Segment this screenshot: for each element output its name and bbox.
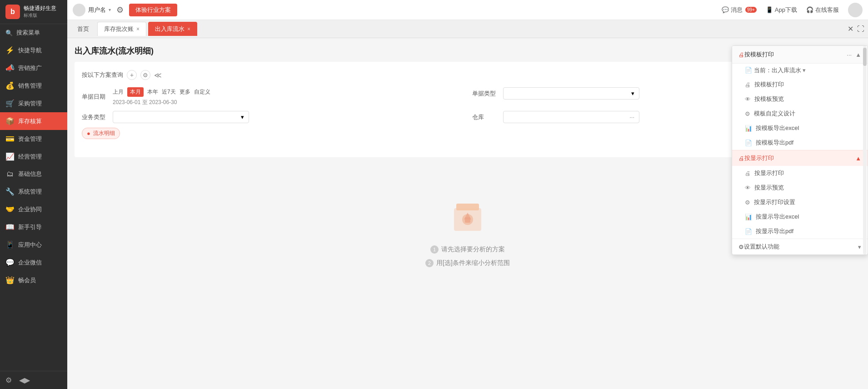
gear-icon[interactable]: ⚙	[116, 5, 124, 15]
user-dropdown-icon: ▾	[109, 7, 111, 12]
doc-type-select[interactable]: ▾	[503, 87, 639, 100]
sidebar-item-label: 经营管理	[18, 153, 42, 161]
sidebar-item-system[interactable]: 🔧 系统管理	[0, 183, 67, 200]
tab-home[interactable]: 首页	[71, 22, 95, 36]
dropdown-item-display-print[interactable]: 🖨 按显示打印	[732, 166, 868, 180]
date-range-display: 2023-06-01 至 2023-06-30	[113, 99, 210, 106]
window-close-icon[interactable]: ✕	[848, 25, 853, 33]
sidebar-item-label: 销售管理	[18, 82, 42, 90]
search-icon: 🔍	[5, 30, 13, 36]
filter-date-item: 单据日期 上月 本月 本年 近7天 更多 自定义 2023-06-01 至 20…	[82, 87, 463, 106]
filter-business-type-item: 业务类型 ▾	[82, 111, 463, 123]
finance-icon: 💳	[5, 135, 15, 143]
footer-arrow-icon: ▾	[858, 244, 861, 250]
design-template-icon: ⚙	[745, 110, 750, 117]
date-shortcut-custom[interactable]: 自定义	[194, 88, 210, 96]
user-selector[interactable]: 用户名 ▾	[73, 4, 111, 16]
filter-collapse-button[interactable]: ≪	[154, 71, 162, 80]
dropdown-item-display-settings[interactable]: ⚙ 按显示打印设置	[732, 195, 868, 209]
sidebar-item-apps[interactable]: 📱 应用中心	[0, 236, 67, 254]
sidebar-item-member[interactable]: 👑 畅会员	[0, 271, 67, 289]
date-shortcut-this-year[interactable]: 本年	[147, 88, 158, 96]
sidebar-item-label: 基础信息	[18, 170, 42, 178]
print-display-icon: 🖨	[745, 170, 751, 177]
date-filter-group: 上月 本月 本年 近7天 更多 自定义 2023-06-01 至 2023-06…	[113, 87, 210, 106]
warehouse-more-icon: ···	[629, 114, 634, 120]
display-section-collapse[interactable]: ▲	[855, 155, 861, 162]
date-shortcut-last-month[interactable]: 上月	[113, 88, 124, 96]
sidebar-item-sales[interactable]: 💰 销售管理	[0, 77, 67, 95]
app-name: 畅捷通好生意	[24, 5, 56, 12]
tag-icon: ●	[87, 130, 90, 137]
tip-number-2: 2	[425, 259, 434, 267]
window-maximize-icon[interactable]: ⛶	[857, 25, 864, 33]
dropdown-item-label: 按模板导出excel	[756, 124, 799, 132]
date-shortcut-more[interactable]: 更多	[180, 88, 190, 96]
user-avatar-small	[73, 4, 85, 16]
basic-icon: 🗂	[5, 170, 15, 178]
marketing-icon: 📣	[5, 64, 15, 72]
sidebar-item-basic[interactable]: 🗂 基础信息	[0, 165, 67, 183]
sidebar-item-finance[interactable]: 💳 资金管理	[0, 130, 67, 148]
dropdown-display-section[interactable]: 🖨 按显示打印 ▲	[732, 150, 868, 166]
filter-settings-button[interactable]: ⚙	[140, 70, 150, 80]
tab-inventory-batch-close[interactable]: ×	[136, 26, 140, 32]
app-download-button[interactable]: 📱 App下载	[766, 6, 797, 14]
footer-settings-icon: ⚙	[738, 244, 744, 250]
dropdown-footer[interactable]: ⚙ 设置默认功能 ▾	[732, 239, 868, 254]
dropdown-title: 按模板打印	[744, 50, 774, 59]
filter-add-button[interactable]: +	[127, 70, 137, 80]
dropdown-item-display-excel[interactable]: 📊 按显示导出excel	[732, 209, 868, 224]
tab-inventory-batch[interactable]: 库存批次账 ×	[97, 22, 146, 36]
sidebar-item-quick-nav[interactable]: ⚡ 快捷导航	[0, 41, 67, 59]
sidebar-item-inventory[interactable]: 📦 库存核算	[0, 112, 67, 130]
filter-tag-flow-detail[interactable]: ● 流水明细	[82, 128, 120, 139]
dropdown-item-label: 按模板导出pdf	[756, 139, 793, 147]
collapse-icon[interactable]: ◀▶	[19, 376, 30, 384]
member-icon: 👑	[5, 276, 15, 284]
dropdown-item-template-excel[interactable]: 📊 按模板导出excel	[732, 121, 868, 135]
print-template-icon: 🖨	[745, 81, 751, 88]
dropdown-item-display-pdf[interactable]: 📄 按显示导出pdf	[732, 224, 868, 239]
sidebar-item-operations[interactable]: 📈 经营管理	[0, 148, 67, 165]
dropdown-item-template-design[interactable]: ⚙ 模板自定义设计	[732, 106, 868, 121]
tab-stock-flow[interactable]: 出入库流水 ×	[148, 22, 197, 36]
sidebar-item-purchase[interactable]: 🛒 采购管理	[0, 95, 67, 112]
sidebar-item-guide[interactable]: 📖 新手引导	[0, 218, 67, 236]
date-label: 单据日期	[82, 93, 109, 101]
date-shortcut-this-month[interactable]: 本月	[127, 87, 144, 97]
dropdown-item-display-preview[interactable]: 👁 按显示预览	[732, 180, 868, 195]
sidebar-item-marketing[interactable]: 📣 营销推广	[0, 59, 67, 77]
topbar: 用户名 ▾ ⚙ 体验行业方案 💬 消息 99+ 📱 App下载 🎧 在线客服	[67, 0, 868, 20]
dropdown-item-template-pdf[interactable]: 📄 按模板导出pdf	[732, 135, 868, 150]
sidebar-item-search[interactable]: 🔍 搜索菜单	[0, 24, 67, 41]
settings-icon[interactable]: ⚙	[5, 376, 12, 384]
settings-icon: ⚙	[143, 72, 148, 79]
message-button[interactable]: 💬 消息 99+	[722, 6, 757, 14]
current-template-label: 当前：出入库流水	[754, 67, 801, 74]
sidebar: b 畅捷通好生意 标准版 🔍 搜索菜单 ⚡ 快捷导航 📣 营销推广 💰 销售管理…	[0, 0, 67, 389]
filter-label: 按以下方案查询	[82, 71, 123, 79]
collapse-icon: ≪	[154, 71, 162, 79]
date-shortcut-7days[interactable]: 近7天	[162, 88, 176, 96]
sidebar-item-partner[interactable]: 🤝 企业协同	[0, 200, 67, 218]
dropdown-scrollbar[interactable]	[863, 46, 867, 254]
online-service-button[interactable]: 🎧 在线客服	[806, 6, 839, 14]
dropdown-more-icon[interactable]: ···	[847, 51, 852, 58]
warehouse-select[interactable]: ···	[503, 111, 639, 123]
sales-icon: 💰	[5, 81, 15, 90]
business-type-select[interactable]: ▾	[113, 111, 249, 123]
dropdown-header[interactable]: 🖨 按模板打印 ··· ▲	[732, 46, 868, 64]
dropdown-current-template[interactable]: 📄 当前：出入库流水 ▾	[732, 64, 868, 77]
dropdown-item-template-print[interactable]: 🖨 按模板打印	[732, 77, 868, 92]
filter-tag-label: 流水明细	[93, 130, 115, 137]
dropdown-item-template-preview[interactable]: 👁 按模板预览	[732, 92, 868, 106]
dropdown-collapse-icon[interactable]: ▲	[855, 51, 861, 58]
industry-solution-button[interactable]: 体验行业方案	[129, 4, 177, 16]
user-avatar[interactable]	[848, 3, 863, 17]
tab-stock-flow-close[interactable]: ×	[187, 26, 190, 32]
message-label: 消息	[731, 6, 743, 14]
message-icon: 💬	[722, 6, 729, 13]
inventory-icon: 📦	[5, 117, 15, 125]
sidebar-item-wechat[interactable]: 💬 企业微信	[0, 254, 67, 271]
